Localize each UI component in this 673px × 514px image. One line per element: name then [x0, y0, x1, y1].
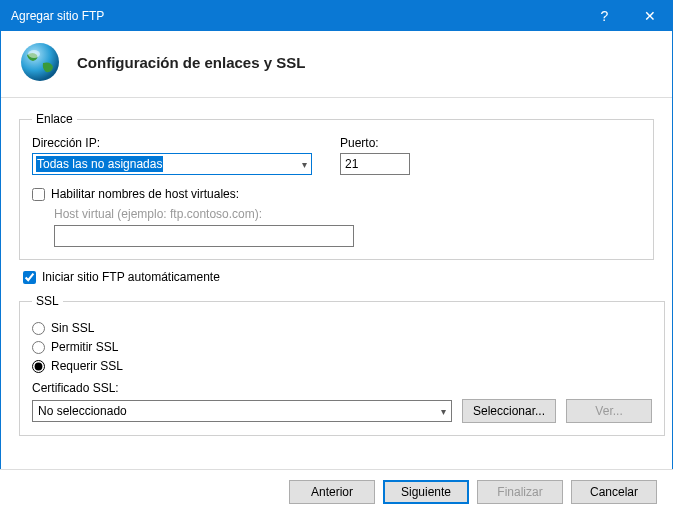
auto-start-label: Iniciar sitio FTP automáticamente [42, 270, 220, 284]
vhost-input [54, 225, 354, 247]
chevron-down-icon: ▾ [302, 159, 307, 170]
window-title: Agregar sitio FTP [11, 9, 582, 23]
close-button[interactable]: ✕ [627, 1, 672, 31]
titlebar: Agregar sitio FTP ? ✕ [1, 1, 672, 31]
previous-button[interactable]: Anterior [289, 480, 375, 504]
ssl-none-radio[interactable] [32, 322, 45, 335]
next-button[interactable]: Siguiente [383, 480, 469, 504]
ip-address-value: Todas las no asignadas [36, 156, 163, 172]
ssl-none-label: Sin SSL [51, 321, 94, 335]
cert-value: No seleccionado [38, 404, 127, 418]
enable-vhost-checkbox[interactable] [32, 188, 45, 201]
select-cert-button[interactable]: Seleccionar... [462, 399, 556, 423]
auto-start-checkbox[interactable] [23, 271, 36, 284]
vhost-label: Host virtual (ejemplo: ftp.contoso.com): [54, 207, 641, 221]
ip-label: Dirección IP: [32, 136, 312, 150]
ssl-require-label: Requerir SSL [51, 359, 123, 373]
cancel-button[interactable]: Cancelar [571, 480, 657, 504]
svg-point-1 [28, 50, 40, 58]
ssl-legend: SSL [32, 294, 63, 308]
ssl-allow-label: Permitir SSL [51, 340, 118, 354]
ssl-group: SSL Sin SSL Permitir SSL Requerir SSL Ce… [19, 294, 665, 436]
ip-address-select[interactable]: Todas las no asignadas ▾ [32, 153, 312, 175]
ssl-allow-radio[interactable] [32, 341, 45, 354]
binding-group: Enlace Dirección IP: Todas las no asigna… [19, 112, 654, 260]
wizard-header: Configuración de enlaces y SSL [1, 31, 672, 98]
globe-icon [19, 41, 61, 83]
finish-button: Finalizar [477, 480, 563, 504]
port-label: Puerto: [340, 136, 410, 150]
chevron-down-icon: ▾ [441, 406, 446, 417]
ssl-require-radio[interactable] [32, 360, 45, 373]
port-input[interactable] [340, 153, 410, 175]
page-title: Configuración de enlaces y SSL [77, 54, 305, 71]
cert-label: Certificado SSL: [32, 381, 652, 395]
view-cert-button: Ver... [566, 399, 652, 423]
cert-select[interactable]: No seleccionado ▾ [32, 400, 452, 422]
enable-vhost-label: Habilitar nombres de host virtuales: [51, 187, 239, 201]
svg-point-0 [21, 43, 59, 81]
wizard-footer: Anterior Siguiente Finalizar Cancelar [0, 469, 673, 514]
help-button[interactable]: ? [582, 1, 627, 31]
binding-legend: Enlace [32, 112, 77, 126]
